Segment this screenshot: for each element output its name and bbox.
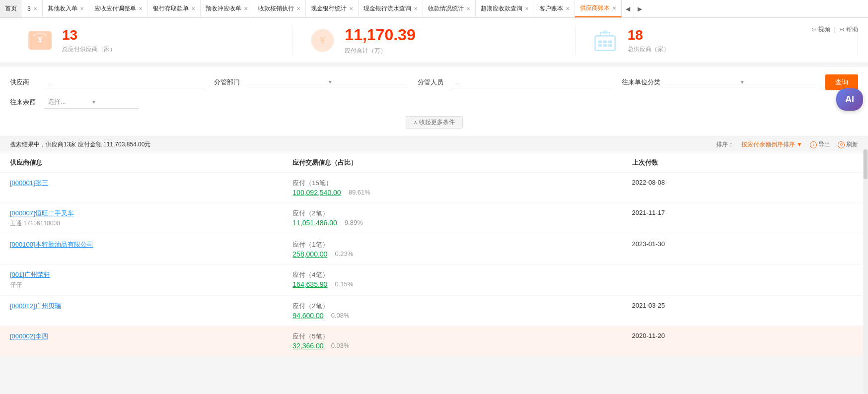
close-icon[interactable]: ✕ <box>296 6 300 11</box>
nav-item-collection[interactable]: 收款核销执行 ✕ <box>253 0 306 17</box>
total-suppliers-number: 18 <box>628 27 669 44</box>
export-icon: ↓ <box>810 141 817 148</box>
supplier-link-3[interactable]: [000100]本特勤油品有限公司 <box>10 240 292 249</box>
nav-next-arrow[interactable]: ▶ <box>634 0 646 17</box>
close-icon[interactable]: ✕ <box>525 6 529 11</box>
video-link[interactable]: ⊙ 视频 <box>811 25 830 34</box>
header-supplier: 供应商信息 <box>10 158 292 167</box>
tx-row-5: 94,600.00 0.08% <box>292 311 632 320</box>
nav-item-other-income[interactable]: 其他收入单 ✕ <box>43 0 89 17</box>
tx-percent-4: 0.15% <box>335 280 353 288</box>
nav-label-cash-flow: 现金银行流水查询 <box>363 4 411 13</box>
last-pay-date-5: 2021-03-25 <box>632 302 665 309</box>
header-transaction: 应付交易信息（占比） <box>292 158 632 167</box>
svg-text:¥: ¥ <box>37 35 42 44</box>
supplier-sub-2: 王通 17106110000 <box>10 219 292 228</box>
supplier-link-4[interactable]: [001]广州荣轩 <box>10 270 292 279</box>
stat-payable-total: ¥ 11,170.39 应付合计（万） <box>292 25 575 55</box>
nav-item-cash-stats[interactable]: 现金银行统计 ✕ <box>306 0 359 17</box>
nav-item-bank[interactable]: 银行存取款单 ✕ <box>148 0 201 17</box>
nav-item-overdue[interactable]: 超期应收款查询 ✕ <box>476 0 534 17</box>
tx-percent-6: 0.03% <box>331 342 350 349</box>
supplier-link-1[interactable]: [000001]张三 <box>10 179 292 188</box>
nav-item-cash-flow[interactable]: 现金银行流水查询 ✕ <box>359 0 423 17</box>
supplier-link-6[interactable]: [000002]李四 <box>10 332 292 341</box>
ai-badge[interactable]: Ai <box>836 88 863 111</box>
chevron-down-icon: ▼ <box>328 79 404 85</box>
nav-item-3[interactable]: 3 ✕ <box>22 0 43 17</box>
export-label: 导出 <box>818 140 830 149</box>
refresh-button[interactable]: ↺ 刷新 <box>838 140 858 149</box>
nav-item-adjustment[interactable]: 应收应付调整单 ✕ <box>89 0 148 17</box>
tx-amount-1[interactable]: 100,092,540.00 <box>292 189 341 197</box>
tx-amount-3[interactable]: 258,000.00 <box>292 250 327 258</box>
table-row: [000002]李四 应付（5笔） 32,366.00 0.03% 2020-1… <box>0 326 868 356</box>
tx-amount-5[interactable]: 94,600.00 <box>292 312 323 320</box>
total-suppliers-icon <box>590 25 620 55</box>
close-icon[interactable]: ✕ <box>566 6 570 11</box>
close-icon[interactable]: ✕ <box>414 6 418 11</box>
nav-label-advance: 预收冲应收单 <box>206 4 241 13</box>
play-icon: ⊙ <box>811 26 816 33</box>
department-select[interactable]: ▼ <box>248 77 408 87</box>
lastpay-cell-2: 2021-11-17 <box>632 209 858 216</box>
sort-value[interactable]: 按应付余额倒序排序 ▼ <box>741 140 802 149</box>
supplier-input[interactable] <box>44 76 204 88</box>
transaction-cell-6: 应付（5笔） 32,366.00 0.03% <box>292 332 632 350</box>
payable-suppliers-label: 总应付供应商（家） <box>62 45 116 54</box>
supplier-link-5[interactable]: [000012]广州贝瑞 <box>10 302 292 311</box>
export-button[interactable]: ↓ 导出 <box>810 140 830 149</box>
table-container: 供应商信息 应付交易信息（占比） 上次付数 [000001]张三 应付（15笔）… <box>0 153 868 356</box>
supplier-cell-5: [000012]广州贝瑞 <box>10 302 292 311</box>
payable-suppliers-info: 13 总应付供应商（家） <box>62 27 116 54</box>
tx-amount-6[interactable]: 32,366.00 <box>292 342 323 350</box>
balance-select[interactable]: 选择... ▼ <box>44 95 139 109</box>
nav-label-supplier-ledger: 供应商账本 <box>580 4 610 12</box>
close-icon[interactable]: ✕ <box>80 6 84 11</box>
supplier-cell-4: [001]广州荣轩 仔仔 <box>10 270 292 289</box>
person-input[interactable] <box>451 76 612 88</box>
tx-row-6: 32,366.00 0.03% <box>292 341 632 350</box>
supplier-cell-1: [000001]张三 <box>10 179 292 188</box>
supplier-cell-3: [000100]本特勤油品有限公司 <box>10 240 292 249</box>
payable-total-label: 应付合计（万） <box>345 47 415 55</box>
nav-item-customer-ledger[interactable]: 客户账本 ✕ <box>534 0 575 17</box>
nav-item-supplier-ledger[interactable]: 供应商账本 ✕ <box>575 0 622 17</box>
close-icon[interactable]: ✕ <box>139 6 143 11</box>
nav-label-collection-stats: 收款情况统计 <box>428 4 464 13</box>
tx-amount-4[interactable]: 164,635.90 <box>292 280 327 288</box>
collapse-button[interactable]: ∧ 收起更多条件 <box>406 116 463 129</box>
close-icon[interactable]: ✕ <box>612 5 616 11</box>
nav-item-advance[interactable]: 预收冲应收单 ✕ <box>201 0 253 17</box>
supplier-link-2[interactable]: [000007]恒旺二手叉车 <box>10 209 292 218</box>
result-actions: 排序： 按应付余额倒序排序 ▼ ↓ 导出 ↺ 刷新 <box>716 140 858 149</box>
tx-label-6: 应付（5笔） <box>292 332 632 341</box>
close-icon[interactable]: ✕ <box>349 6 353 11</box>
svg-rect-5 <box>598 40 602 43</box>
lastpay-cell-5: 2021-03-25 <box>632 302 858 309</box>
nav-label-adjustment: 应收应付调整单 <box>94 4 136 13</box>
tx-label-3: 应付（1笔） <box>292 240 632 249</box>
svg-rect-7 <box>608 40 612 43</box>
nav-prev-arrow[interactable]: ◀ <box>622 0 634 17</box>
scrollbar-thumb[interactable] <box>864 149 868 179</box>
close-icon[interactable]: ✕ <box>191 6 195 11</box>
supplier-filter-label: 供应商 <box>10 78 40 87</box>
nav-label-cash-stats: 现金银行统计 <box>311 4 347 13</box>
close-icon[interactable]: ✕ <box>466 6 470 11</box>
close-icon[interactable]: ✕ <box>33 6 37 11</box>
transaction-cell-4: 应付（4笔） 164,635.90 0.15% <box>292 270 632 288</box>
category-select[interactable]: ▼ <box>664 77 816 87</box>
help-link[interactable]: ⊙ 帮助 <box>840 25 858 34</box>
payable-total-number: 11,170.39 <box>345 25 415 44</box>
scrollbar[interactable] <box>863 149 868 356</box>
stat-payable-suppliers: ¥ 13 总应付供应商（家） <box>10 25 292 55</box>
nav-item-collection-stats[interactable]: 收款情况统计 ✕ <box>423 0 476 17</box>
svg-rect-10 <box>608 44 612 47</box>
supplier-sub-4: 仔仔 <box>10 281 292 289</box>
header-actions: ⊙ 视频 | ⊙ 帮助 <box>811 25 858 34</box>
nav-item-home[interactable]: 首页 <box>0 0 22 17</box>
tx-amount-2[interactable]: 11,051,486.00 <box>292 219 337 227</box>
close-icon[interactable]: ✕ <box>244 6 248 11</box>
last-pay-date-2: 2021-11-17 <box>632 209 665 216</box>
